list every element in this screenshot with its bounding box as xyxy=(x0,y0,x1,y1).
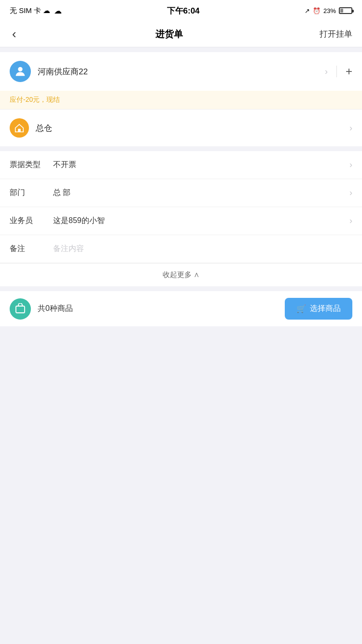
staff-chevron-icon: › xyxy=(349,216,352,226)
warehouse-icon-wrap xyxy=(10,118,29,138)
select-product-icon: 🛒 xyxy=(296,304,306,313)
dept-value: 总 部 xyxy=(53,188,349,198)
remark-row[interactable]: 备注 备注内容 xyxy=(0,235,362,263)
bottom-bar: 共0种商品 🛒 选择商品 xyxy=(0,291,362,326)
collapse-row[interactable]: 收起更多 ∧ xyxy=(0,263,362,286)
select-product-label: 选择商品 xyxy=(310,304,341,314)
warehouse-icon xyxy=(14,123,25,133)
product-icon-wrap xyxy=(10,298,31,320)
warehouse-name: 总仓 xyxy=(36,123,349,134)
dept-row[interactable]: 部门 总 部 › xyxy=(0,179,362,207)
location-icon: ↗ xyxy=(305,7,310,14)
status-time: 下午6:04 xyxy=(167,5,200,16)
warehouse-row[interactable]: 总仓 › xyxy=(0,109,362,146)
page-background xyxy=(0,326,362,471)
remark-label: 备注 xyxy=(10,244,53,254)
supplier-chevron-icon: › xyxy=(325,67,328,77)
svg-point-0 xyxy=(18,67,22,71)
invoice-label: 票据类型 xyxy=(10,160,53,170)
user-icon xyxy=(14,65,27,78)
dept-label: 部门 xyxy=(10,188,53,198)
product-count: 共0种商品 xyxy=(38,304,285,314)
battery-percent: 23% xyxy=(323,7,336,14)
notice-bar: 应付-20元，现结 xyxy=(0,91,362,109)
open-pending-button[interactable]: 打开挂单 xyxy=(320,28,352,40)
svg-rect-2 xyxy=(16,306,25,313)
supplier-divider xyxy=(336,66,337,77)
invoice-row[interactable]: 票据类型 不开票 › xyxy=(0,151,362,179)
supplier-avatar xyxy=(10,61,31,82)
status-left: 无 SIM 卡 ☁ ☁ xyxy=(10,6,62,15)
add-supplier-button[interactable]: + xyxy=(346,65,352,78)
sim-label: 无 SIM 卡 ☁ xyxy=(10,6,50,15)
staff-label: 业务员 xyxy=(10,216,53,226)
remark-placeholder[interactable]: 备注内容 xyxy=(53,244,352,254)
nav-bar: ‹ 进货单 打开挂单 xyxy=(0,21,362,47)
notice-text: 应付-20元，现结 xyxy=(10,96,60,103)
form-section: 票据类型 不开票 › 部门 总 部 › 业务员 这是859的小智 › 备注 备注… xyxy=(0,151,362,286)
supplier-card: 河南供应商22 › + 应付-20元，现结 总仓 › xyxy=(0,52,362,146)
staff-value: 这是859的小智 xyxy=(53,216,349,226)
select-product-button[interactable]: 🛒 选择商品 xyxy=(285,298,352,320)
supplier-name: 河南供应商22 xyxy=(38,66,325,77)
svg-rect-1 xyxy=(18,129,21,132)
dept-chevron-icon: › xyxy=(349,188,352,198)
status-right: ↗ ⏰ 23% xyxy=(305,7,352,14)
product-icon xyxy=(14,303,26,315)
collapse-label: 收起更多 ∧ xyxy=(163,270,199,279)
divider-top xyxy=(0,47,362,52)
status-bar: 无 SIM 卡 ☁ ☁ 下午6:04 ↗ ⏰ 23% xyxy=(0,0,362,21)
page-title: 进货单 xyxy=(155,28,183,41)
warehouse-chevron-icon: › xyxy=(349,123,352,133)
alarm-icon: ⏰ xyxy=(313,7,320,14)
staff-row[interactable]: 业务员 这是859的小智 › xyxy=(0,207,362,235)
battery-icon xyxy=(339,7,352,14)
back-button[interactable]: ‹ xyxy=(10,24,19,44)
supplier-row[interactable]: 河南供应商22 › + xyxy=(0,52,362,91)
invoice-chevron-icon: › xyxy=(349,160,352,170)
wifi-icon: ☁ xyxy=(54,6,62,15)
invoice-value: 不开票 xyxy=(53,160,349,170)
